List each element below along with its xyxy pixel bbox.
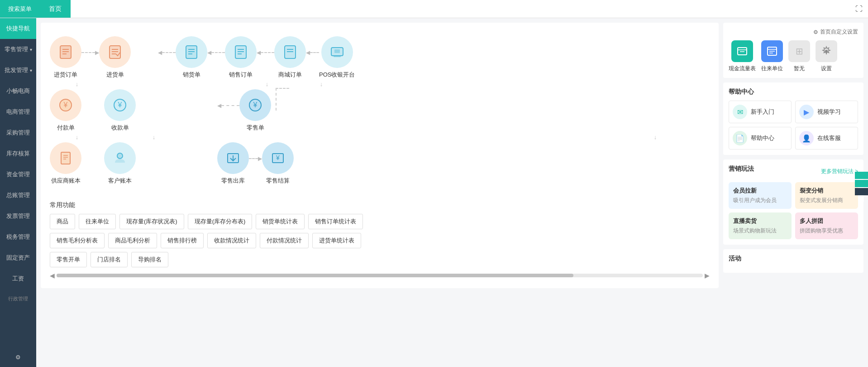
func-btn-store-rank[interactable]: 门店排名 — [91, 252, 128, 267]
activities-title: 活动 — [729, 255, 858, 263]
marketing-group[interactable]: 多人拼团 拼团购物享受优惠 — [795, 212, 858, 239]
func-btn-retail-order[interactable]: 零售开单 — [50, 252, 87, 267]
sidebar-gear-icon[interactable]: ⚙ — [0, 348, 36, 367]
node-supplier-book[interactable]: 供应商账本 — [50, 142, 81, 185]
sidebar-item-ledger[interactable]: 总账管理 — [0, 185, 36, 206]
node-xiaohuo-dan[interactable]: 销货单 — [176, 36, 207, 79]
marketing-member[interactable]: 会员拉新 吸引用户成为会员 — [729, 182, 792, 209]
func-btn-receipt-stat[interactable]: 收款情况统计 — [207, 233, 256, 248]
sidebar-item-tax[interactable]: 税务管理 — [0, 227, 36, 247]
quick-icon-partner[interactable]: 往来单位 — [761, 40, 783, 72]
node-customer-book[interactable]: 客户账本 — [104, 142, 136, 185]
help-item-help[interactable]: 📄 帮助中心 — [729, 127, 792, 150]
main-layout: 快捷导航 零售管理 ▾ 批发管理 ▾ 小畅电商 电商管理 采购管理 库存核算 资 — [0, 18, 868, 367]
node-xiaoshou-order[interactable]: 销售订单 — [225, 36, 257, 79]
down-arrows-2: ↓ ↓ ↓ — [50, 134, 710, 140]
node-fukuan[interactable]: ¥ 付款单 — [50, 89, 81, 132]
marketing-grid: 会员拉新 吸引用户成为会员 裂变分销 裂变式发展分销商 直播卖货 场景式购物新玩… — [729, 182, 858, 239]
func-btn-stock-dist[interactable]: 现存量(库存分布表) — [188, 214, 253, 229]
marketing-title: 营销玩法 — [729, 165, 754, 173]
func-btn-sales-profit[interactable]: 销售毛利分析表 — [50, 233, 105, 248]
marketing-fission[interactable]: 裂变分销 裂变式发展分销商 — [795, 182, 858, 209]
func-btn-purchase-stat[interactable]: 进货单统计表 — [312, 233, 361, 248]
sidebar-item-wholesale[interactable]: 批发管理 ▾ — [0, 60, 36, 81]
float-btn-desktop[interactable]: 桌面快捷 — [855, 188, 868, 195]
more-marketing-link[interactable]: 更多营销玩法 > — [821, 168, 858, 175]
sidebar-item-quick-nav[interactable]: 快捷导航 — [0, 18, 36, 39]
func-row-3: 零售开单 门店排名 导购排名 — [50, 252, 710, 267]
scroll-track[interactable] — [57, 274, 703, 277]
marketing-live[interactable]: 直播卖货 场景式购物新玩法 — [729, 212, 792, 239]
sidebar-item-ecom-mgmt[interactable]: 电商管理 — [0, 101, 36, 122]
flow-row-2: ¥ 付款单 ¥ 收款单 — [50, 89, 710, 132]
sidebar-item-finance[interactable]: 资金管理 — [0, 164, 36, 185]
sidebar-item-invoice[interactable]: 发票管理 — [0, 206, 36, 227]
node-shangcheng-order[interactable]: 商城订单 — [274, 36, 306, 79]
sidebar-item-payroll[interactable]: 工资 — [0, 268, 36, 289]
svg-text:¥: ¥ — [253, 101, 258, 109]
node-pos[interactable]: POS收银开台 — [319, 36, 355, 79]
flow-row-3: 供应商账本 客户账本 — [50, 142, 710, 185]
floating-buttons: 客服热线 服务社区 桌面快捷 — [855, 172, 868, 195]
scrollbar: ◀ ▶ — [50, 272, 710, 279]
quick-access-header: ⚙ 首页自定义设置 — [729, 28, 858, 36]
func-btn-product[interactable]: 商品 — [50, 214, 75, 229]
top-bar: 搜索菜单 首页 ⛶ — [0, 0, 868, 18]
sidebar-item-fixed-assets[interactable]: 固定资产 — [0, 247, 36, 268]
sidebar-item-more[interactable]: 行政管理 — [0, 289, 36, 309]
float-btn-service[interactable]: 客服热线 — [855, 172, 868, 179]
svg-text:¥: ¥ — [276, 154, 280, 161]
help-item-video[interactable]: ▶ 视频学习 — [795, 101, 858, 123]
scroll-right-btn[interactable]: ▶ — [705, 272, 710, 279]
func-row-1: 商品 往来单位 现存量(库存状况表) 现存量(库存分布表) 销货单统计表 销售订… — [50, 214, 710, 229]
func-btn-product-profit[interactable]: 商品毛利分析 — [108, 233, 157, 248]
sidebar-item-inventory[interactable]: 库存核算 — [0, 143, 36, 164]
quick-nav-card: 进货订单 ▶ 进货单 — [41, 23, 719, 288]
help-item-newbie[interactable]: ✉ 新手入门 — [729, 101, 792, 123]
func-row-2: 销售毛利分析表 商品毛利分析 销售排行榜 收款情况统计 付款情况统计 进货单统计… — [50, 233, 710, 248]
node-lingshao-outstock[interactable]: 零售出库 — [217, 142, 249, 185]
marketing-section: 营销玩法 更多营销玩法 > 会员拉新 吸引用户成为会员 裂变分销 裂变式发展分销… — [723, 159, 863, 245]
scroll-left-btn[interactable]: ◀ — [50, 272, 55, 279]
quick-icon-cashflow[interactable]: 现金流量表 — [729, 40, 756, 72]
common-func-title: 常用功能 — [50, 201, 710, 209]
sidebar-item-retail[interactable]: 零售管理 ▾ — [0, 39, 36, 60]
search-menu-btn[interactable]: 搜索菜单 — [0, 0, 40, 18]
func-btn-partner[interactable]: 往来单位 — [79, 214, 116, 229]
top-right: ⛶ — [854, 0, 868, 18]
down-arrows-1: ↓ ↓ ↓ — [50, 81, 710, 87]
main-panel: 进货订单 ▶ 进货单 — [36, 18, 723, 367]
func-btn-guide-rank[interactable]: 导购排名 — [131, 252, 168, 267]
func-btn-payment-stat[interactable]: 付款情况统计 — [260, 233, 309, 248]
func-btn-sales-rank[interactable]: 销售排行榜 — [161, 233, 204, 248]
float-btn-community[interactable]: 服务社区 — [855, 180, 868, 187]
tab-home[interactable]: 首页 — [40, 0, 71, 18]
sidebar-item-ecommerce[interactable]: 小畅电商 — [0, 81, 36, 101]
node-lingshao-dan[interactable]: ¥ 零售单 — [239, 89, 271, 132]
svg-text:¥: ¥ — [118, 101, 122, 109]
quick-icon-settings[interactable]: 设置 — [816, 40, 837, 72]
svg-rect-27 — [334, 56, 341, 57]
node-jinhuo-dan[interactable]: 进货单 — [99, 36, 131, 79]
help-item-support[interactable]: 👤 在线客服 — [795, 127, 858, 150]
node-jinhuo-order[interactable]: 进货订单 — [50, 36, 81, 79]
content-area: 进货订单 ▶ 进货单 — [36, 18, 868, 367]
node-lingshao-settlement[interactable]: ¥ 零售结算 — [262, 142, 294, 185]
right-panel: ⚙ 首页自定义设置 现金流量表 往来单位 — [723, 18, 868, 367]
help-center-title: 帮助中心 — [729, 88, 858, 96]
custom-settings-btn[interactable]: ⚙ 首页自定义设置 — [813, 28, 858, 36]
expand-icon[interactable]: ⛶ — [854, 5, 863, 14]
svg-text:¥: ¥ — [63, 101, 68, 109]
svg-rect-26 — [334, 49, 340, 53]
flow-diagram: 进货订单 ▶ 进货单 — [50, 32, 710, 194]
help-grid: ✉ 新手入门 ▶ 视频学习 📄 帮助中心 👤 在线客服 — [729, 101, 858, 150]
sidebar-item-purchase[interactable]: 采购管理 — [0, 122, 36, 143]
node-shoukuan[interactable]: ¥ 收款单 — [104, 89, 136, 132]
quick-icon-none[interactable]: ⊞ 暂无 — [788, 40, 810, 72]
func-btn-order-stat[interactable]: 销售订单统计表 — [308, 214, 363, 229]
scroll-thumb — [57, 274, 573, 277]
quick-icons-row: 现金流量表 往来单位 ⊞ 暂无 — [729, 40, 858, 72]
func-btn-sales-stat[interactable]: 销货单统计表 — [256, 214, 305, 229]
flow-row-1: 进货订单 ▶ 进货单 — [50, 36, 710, 79]
func-btn-stock-status[interactable]: 现存量(库存状况表) — [119, 214, 184, 229]
